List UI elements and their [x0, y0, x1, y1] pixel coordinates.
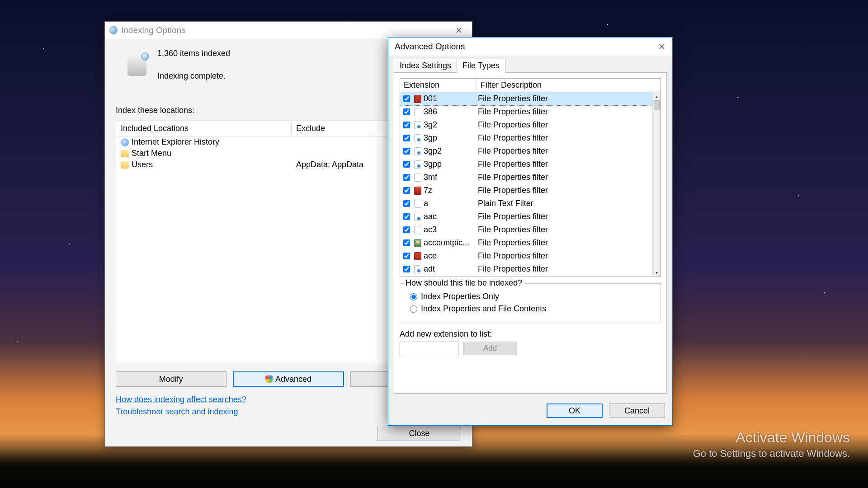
extension-row[interactable]: 3gppFile Properties filter [400, 158, 652, 171]
extension-header-row: Extension Filter Description [400, 79, 660, 92]
extension-row[interactable]: 001File Properties filter [400, 92, 652, 105]
location-name: Start Menu [132, 149, 171, 158]
filter-description: File Properties filter [477, 212, 652, 221]
extension-body: 001File Properties filter386File Propert… [400, 92, 660, 277]
group-legend: How should this file be indexed? [404, 278, 524, 288]
filter-description: File Properties filter [477, 225, 652, 235]
filetype-icon [414, 121, 421, 129]
activate-windows-watermark: Activate Windows Go to Settings to activ… [693, 430, 850, 461]
extension-row[interactable]: aceFile Properties filter [400, 249, 652, 263]
shield-icon [265, 375, 273, 383]
filter-description: File Properties filter [477, 251, 652, 261]
scroll-down-icon[interactable]: ▾ [653, 268, 660, 277]
filetype-icon [414, 134, 421, 142]
extension-row[interactable]: 3mfFile Properties filter [400, 171, 652, 184]
indexing-titlebar-icon [109, 26, 118, 34]
items-indexed-text: 1,360 items indexed [157, 47, 230, 60]
extension-row[interactable]: 3g2File Properties filter [400, 118, 652, 131]
filetype-icon [414, 252, 421, 260]
extension-checkbox[interactable] [403, 213, 410, 220]
scroll-up-icon[interactable]: ▴ [653, 92, 660, 100]
advanced-options-dialog: Advanced Options Index Settings File Typ… [388, 37, 673, 426]
extension-checkbox[interactable] [403, 266, 410, 272]
advanced-button[interactable]: Advanced [233, 371, 344, 387]
extension-checkbox[interactable] [403, 148, 410, 155]
extension-row[interactable]: accountpic...File Properties filter [400, 236, 652, 249]
close-icon[interactable] [651, 39, 672, 54]
indexing-titlebar[interactable]: Indexing Options [105, 22, 472, 39]
folder-icon [121, 150, 129, 157]
filter-description: File Properties filter [477, 186, 652, 195]
radio-properties-only[interactable]: Index Properties Only [410, 292, 654, 301]
extension-checkbox[interactable] [403, 187, 410, 194]
filetype-icon [414, 265, 421, 273]
extension-row[interactable]: 7zFile Properties filter [400, 184, 652, 197]
filetype-icon [414, 239, 421, 247]
close-icon[interactable] [448, 23, 469, 37]
filter-description: File Properties filter [477, 146, 652, 156]
col-extension[interactable]: Extension [400, 79, 477, 92]
location-name: Users [132, 160, 153, 169]
advanced-title: Advanced Options [395, 42, 651, 52]
indexing-title: Indexing Options [121, 25, 448, 35]
radio-properties-and-contents-input[interactable] [410, 305, 417, 313]
extension-checkbox[interactable] [403, 108, 410, 115]
extension-checkbox[interactable] [403, 135, 410, 141]
col-included[interactable]: Included Locations [116, 121, 292, 136]
filter-description: File Properties filter [477, 160, 652, 169]
filetype-icon [414, 108, 421, 116]
close-button[interactable]: Close [377, 426, 461, 441]
folder-icon [121, 161, 129, 169]
extension-row[interactable]: 3gp2File Properties filter [400, 145, 652, 158]
extension-name: a [423, 199, 477, 208]
extension-checkbox[interactable] [403, 200, 410, 207]
extension-row[interactable]: 3gpFile Properties filter [400, 131, 652, 145]
extension-row[interactable]: adtsFile Properties filter [400, 276, 652, 277]
extension-row[interactable]: 386File Properties filter [400, 105, 652, 118]
add-extension-input[interactable] [400, 342, 458, 355]
filter-description: Plain Text Filter [477, 199, 652, 208]
scrollbar[interactable]: ▴ ▾ [652, 92, 660, 277]
col-filter[interactable]: Filter Description [477, 79, 660, 92]
watermark-subtitle: Go to Settings to activate Windows. [693, 446, 850, 461]
filetype-icon [414, 147, 421, 155]
ok-button[interactable]: OK [547, 404, 603, 418]
extension-checkbox[interactable] [403, 95, 410, 102]
filter-description: File Properties filter [477, 173, 652, 182]
extension-name: adt [423, 264, 477, 274]
extension-row[interactable]: ac3File Properties filter [400, 223, 652, 236]
advanced-titlebar[interactable]: Advanced Options [388, 38, 672, 56]
add-extension-section: Add new extension to list: Add [400, 329, 661, 355]
extension-name: ace [423, 251, 477, 261]
extension-checkbox[interactable] [403, 239, 410, 246]
advanced-button-row: OK Cancel [388, 399, 672, 425]
radio-properties-only-input[interactable] [410, 293, 417, 300]
extension-checkbox[interactable] [403, 122, 410, 128]
extension-checkbox[interactable] [403, 174, 410, 181]
extension-checkbox[interactable] [403, 161, 410, 168]
watermark-title: Activate Windows [693, 430, 850, 445]
tab-file-types[interactable]: File Types [457, 59, 505, 73]
modify-button[interactable]: Modify [116, 371, 226, 387]
filter-description: File Properties filter [477, 120, 652, 130]
extension-name: 001 [423, 94, 477, 103]
scroll-thumb[interactable] [654, 100, 660, 110]
radio-properties-and-contents-label: Index Properties and File Contents [421, 304, 546, 314]
filter-description: File Properties filter [477, 133, 652, 143]
radio-properties-and-contents[interactable]: Index Properties and File Contents [410, 304, 654, 314]
cancel-button[interactable]: Cancel [609, 404, 665, 418]
extension-checkbox[interactable] [403, 226, 410, 233]
extension-checkbox[interactable] [403, 253, 410, 259]
filetype-icon [414, 160, 421, 169]
extension-name: ac3 [423, 225, 477, 235]
extension-name: 3gpp [423, 160, 477, 169]
extension-row[interactable]: aacFile Properties filter [400, 210, 652, 223]
location-name: Internet Explorer History [132, 137, 219, 147]
extension-row[interactable]: aPlain Text Filter [400, 197, 652, 210]
filter-description: File Properties filter [477, 264, 652, 274]
extension-row[interactable]: adtFile Properties filter [400, 263, 652, 276]
extension-name: accountpic... [423, 238, 477, 248]
filetype-icon [414, 187, 421, 195]
radio-properties-only-label: Index Properties Only [421, 292, 499, 301]
tab-index-settings[interactable]: Index Settings [394, 59, 457, 73]
